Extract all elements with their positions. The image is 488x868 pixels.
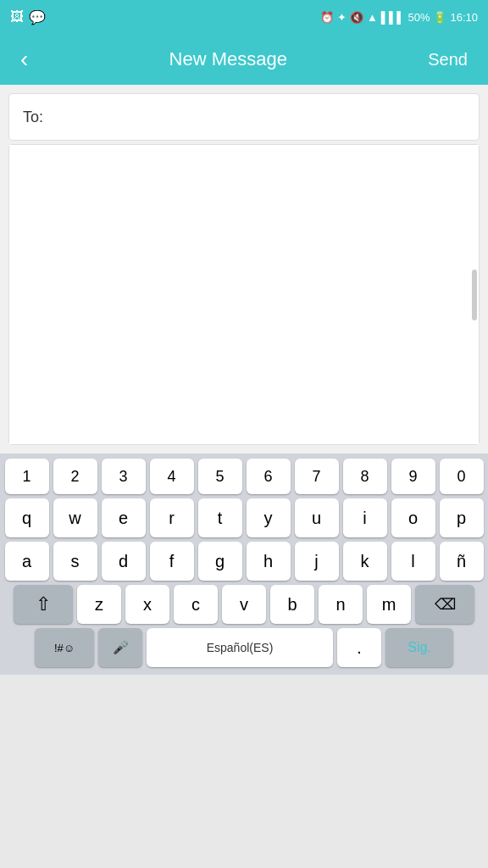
keyboard: 1 2 3 4 5 6 7 8 9 0 q w e r t y u i o p … bbox=[0, 453, 488, 675]
key-f[interactable]: f bbox=[150, 542, 194, 581]
key-n[interactable]: n bbox=[319, 585, 363, 624]
key-t[interactable]: t bbox=[198, 498, 242, 537]
key-d[interactable]: d bbox=[102, 542, 146, 581]
num-sym-key[interactable]: !#☺ bbox=[35, 628, 94, 667]
page-title: New Message bbox=[35, 48, 421, 70]
space-key[interactable]: Español(ES) bbox=[147, 628, 333, 667]
key-6[interactable]: 6 bbox=[247, 459, 291, 494]
battery-percent: 50% bbox=[408, 11, 430, 24]
shift-key[interactable]: ⇧ bbox=[14, 585, 73, 624]
status-left-icons: 🖼 💬 bbox=[10, 9, 46, 25]
to-field-container: To: bbox=[8, 93, 480, 141]
key-8[interactable]: 8 bbox=[343, 459, 387, 494]
mute-icon: 🔇 bbox=[350, 11, 363, 24]
to-input[interactable] bbox=[50, 108, 465, 126]
key-3[interactable]: 3 bbox=[102, 459, 146, 494]
key-l[interactable]: l bbox=[391, 542, 435, 581]
key-r[interactable]: r bbox=[150, 498, 194, 537]
key-y[interactable]: y bbox=[247, 498, 291, 537]
message-textarea[interactable] bbox=[9, 145, 479, 444]
key-b[interactable]: b bbox=[270, 585, 314, 624]
key-5[interactable]: 5 bbox=[198, 459, 242, 494]
key-4[interactable]: 4 bbox=[150, 459, 194, 494]
content-area: To: bbox=[0, 85, 488, 453]
key-o[interactable]: o bbox=[391, 498, 435, 537]
alarm-icon: ⏰ bbox=[320, 11, 334, 24]
backspace-key[interactable]: ⌫ bbox=[415, 585, 474, 624]
key-s[interactable]: s bbox=[53, 542, 97, 581]
wifi-icon: ▲ bbox=[367, 11, 378, 24]
key-2[interactable]: 2 bbox=[53, 459, 97, 494]
back-button[interactable]: ‹ bbox=[14, 42, 35, 76]
signal-icon: ▌▌▌ bbox=[381, 11, 405, 24]
key-e[interactable]: e bbox=[102, 498, 146, 537]
mic-key[interactable]: 🎤 bbox=[98, 628, 142, 667]
scroll-indicator bbox=[472, 270, 477, 320]
key-z[interactable]: z bbox=[77, 585, 121, 624]
status-right-icons: ⏰ ✦ 🔇 ▲ ▌▌▌ 50% 🔋 16:10 bbox=[320, 11, 478, 24]
key-k[interactable]: k bbox=[343, 542, 387, 581]
key-0[interactable]: 0 bbox=[440, 459, 484, 494]
nav-bar: ‹ New Message Send bbox=[0, 34, 488, 85]
message-area-container bbox=[8, 144, 480, 445]
keyboard-row-1: q w e r t y u i o p bbox=[3, 498, 485, 537]
key-j[interactable]: j bbox=[295, 542, 339, 581]
key-q[interactable]: q bbox=[5, 498, 49, 537]
key-1[interactable]: 1 bbox=[5, 459, 49, 494]
key-i[interactable]: i bbox=[343, 498, 387, 537]
keyboard-row-2: a s d f g h j k l ñ bbox=[3, 542, 485, 581]
period-key[interactable]: . bbox=[337, 628, 381, 667]
to-label: To: bbox=[23, 108, 43, 126]
key-g[interactable]: g bbox=[198, 542, 242, 581]
key-p[interactable]: p bbox=[440, 498, 484, 537]
key-v[interactable]: v bbox=[222, 585, 266, 624]
status-bar: 🖼 💬 ⏰ ✦ 🔇 ▲ ▌▌▌ 50% 🔋 16:10 bbox=[0, 0, 488, 34]
whatsapp-icon: 💬 bbox=[29, 9, 46, 25]
image-icon: 🖼 bbox=[10, 9, 24, 25]
key-h[interactable]: h bbox=[247, 542, 291, 581]
key-a[interactable]: a bbox=[5, 542, 49, 581]
key-n-tilde[interactable]: ñ bbox=[440, 542, 484, 581]
send-button[interactable]: Send bbox=[421, 47, 474, 73]
key-x[interactable]: x bbox=[125, 585, 169, 624]
battery-icon: 🔋 bbox=[433, 11, 446, 24]
next-key[interactable]: Sig. bbox=[385, 628, 453, 667]
keyboard-row-3: ⇧ z x c v b n m ⌫ bbox=[3, 585, 485, 624]
key-m[interactable]: m bbox=[367, 585, 411, 624]
key-u[interactable]: u bbox=[295, 498, 339, 537]
time: 16:10 bbox=[450, 11, 478, 24]
key-c[interactable]: c bbox=[174, 585, 218, 624]
keyboard-num-row: 1 2 3 4 5 6 7 8 9 0 bbox=[3, 459, 485, 494]
key-7[interactable]: 7 bbox=[295, 459, 339, 494]
bluetooth-icon: ✦ bbox=[337, 11, 347, 24]
key-w[interactable]: w bbox=[53, 498, 97, 537]
keyboard-bottom-row: !#☺ 🎤 Español(ES) . Sig. bbox=[3, 628, 485, 667]
key-9[interactable]: 9 bbox=[391, 459, 435, 494]
